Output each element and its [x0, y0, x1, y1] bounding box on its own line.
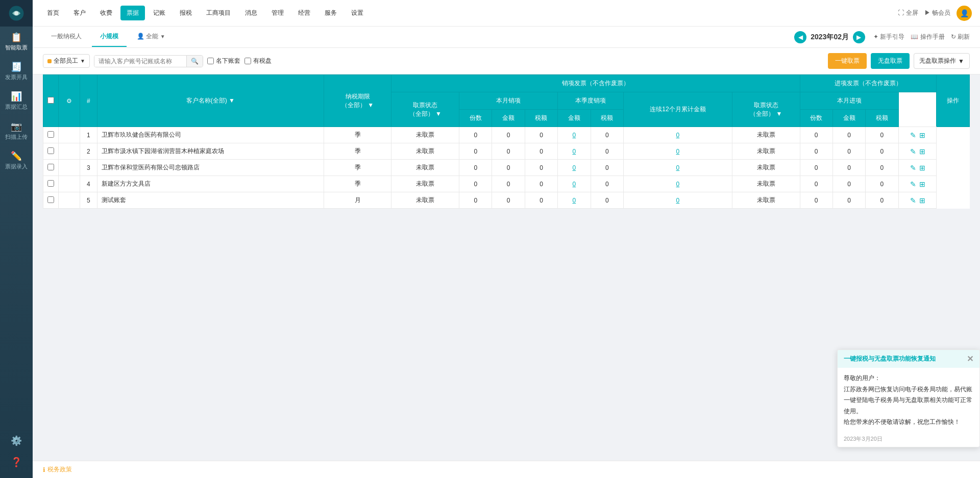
row-sales-quarter-tax: 0: [591, 192, 623, 209]
row-purchase-month-count: 0: [800, 176, 832, 192]
sidebar-item-summary[interactable]: 📊 票据汇总: [0, 86, 33, 115]
th-sales-group: 销项发票（不含作废票）: [391, 75, 800, 92]
th-purchase-month-tax: 税额: [866, 110, 898, 127]
row-checkbox[interactable]: [43, 143, 59, 160]
tax-period-filter-icon[interactable]: ▼: [368, 102, 374, 109]
purchase-status-filter[interactable]: ▼: [776, 110, 782, 117]
th-num: #: [80, 75, 97, 127]
logo[interactable]: [0, 0, 33, 27]
sidebar-item-scan[interactable]: 📷 扫描上传: [0, 116, 33, 145]
tab-small[interactable]: 小规模: [92, 27, 127, 47]
row-settings: [59, 143, 80, 160]
th-operations: 操作: [937, 75, 970, 127]
edit-icon[interactable]: ✎: [910, 164, 916, 172]
edit-icon[interactable]: ✎: [910, 180, 916, 188]
row-sales-quarter-amount[interactable]: 0: [558, 143, 591, 160]
no-disk-button[interactable]: 无盘取票: [871, 53, 910, 69]
nav-operation[interactable]: 经营: [292, 6, 316, 20]
detail-icon[interactable]: ⊞: [919, 164, 925, 172]
one-click-button[interactable]: 一键取票: [828, 53, 867, 69]
fullscreen-button[interactable]: ⛶ 全屏: [898, 9, 918, 17]
th-purchase-month-count: 份数: [800, 110, 832, 127]
tax-policy-link[interactable]: ℹ 税务政策: [43, 465, 72, 474]
nav-message[interactable]: 消息: [239, 6, 263, 20]
row-checkbox[interactable]: [43, 192, 59, 209]
th-tax-period: 纳税期限（全部） ▼: [324, 75, 391, 127]
has-tax-filter[interactable]: 有税盘: [244, 57, 272, 65]
row-purchase-month-tax: 0: [866, 143, 898, 160]
notification-close-button[interactable]: ✕: [967, 354, 973, 364]
row-sales-month-amount: 0: [492, 143, 525, 160]
row-sales-cumulative[interactable]: 0: [623, 192, 732, 209]
sidebar-item-entry[interactable]: ✏️ 票据录入: [0, 145, 33, 175]
row-sales-quarter-amount[interactable]: 0: [558, 176, 591, 192]
nav-management[interactable]: 管理: [265, 6, 290, 20]
intelligent-icon: 📋: [11, 32, 22, 43]
manual-button[interactable]: 📖 操作手册: [911, 33, 944, 41]
toolbar: 全部员工 ▼ 🔍 名下账套 有税盘 一键取票 无盘取票 无盘取票操作: [33, 48, 980, 74]
detail-icon[interactable]: ⊞: [919, 196, 925, 205]
nav-collection[interactable]: 收费: [94, 6, 118, 20]
row-customer-name: 卫辉市保和堂医药有限公司忠顿路店: [97, 160, 324, 176]
user-avatar[interactable]: 👤: [957, 6, 972, 21]
row-sales-cumulative[interactable]: 0: [623, 127, 732, 143]
row-sales-quarter-tax: 0: [591, 127, 623, 143]
row-checkbox[interactable]: [43, 160, 59, 176]
nav-customer[interactable]: 客户: [67, 6, 92, 20]
row-purchase-month-amount: 0: [832, 160, 865, 176]
sidebar-item-settings[interactable]: ⚙️: [0, 430, 33, 451]
tab-all[interactable]: 👤 全能 ▼: [129, 27, 174, 47]
row-tax-period: 季: [324, 143, 391, 160]
row-sales-status: 未取票: [391, 192, 459, 209]
detail-icon[interactable]: ⊞: [919, 131, 925, 139]
table-body: 1 卫辉市玖玖健合医药有限公司 季 未取票 0 0 0 0 0 0 未取票 0 …: [43, 127, 970, 209]
th-customer: 客户名称(全部) ▼: [97, 75, 324, 127]
nav-settings[interactable]: 设置: [345, 6, 370, 20]
th-sales-month-tax: 税额: [525, 110, 557, 127]
orange-indicator: [47, 59, 52, 63]
period-prev-button[interactable]: ◀: [794, 31, 806, 43]
row-sales-cumulative[interactable]: 0: [623, 143, 732, 160]
toolbar-right: 一键取票 无盘取票 无盘取票操作 ▼: [828, 53, 970, 69]
row-sales-cumulative[interactable]: 0: [623, 160, 732, 176]
guide-button[interactable]: ✦ 新手引导: [873, 33, 904, 41]
row-checkbox[interactable]: [43, 127, 59, 143]
search-input[interactable]: [94, 56, 186, 67]
nav-bookkeeping[interactable]: 记账: [147, 6, 172, 20]
employee-filter[interactable]: 全部员工 ▼: [43, 54, 90, 68]
edit-icon[interactable]: ✎: [910, 147, 916, 156]
vip-button[interactable]: ▶ 畅会员: [924, 9, 950, 17]
row-actions: ✎ ⊞: [898, 176, 937, 192]
edit-icon[interactable]: ✎: [910, 196, 916, 205]
sidebar-item-help[interactable]: ❓: [0, 451, 33, 473]
has-tax-checkbox[interactable]: [244, 58, 251, 64]
nav-invoice[interactable]: 票据: [120, 6, 145, 20]
sub-account-checkbox[interactable]: [207, 58, 214, 64]
row-sales-quarter-amount[interactable]: 0: [558, 160, 591, 176]
customer-filter-icon[interactable]: ▼: [229, 97, 235, 104]
row-customer-name: 新建区方方文具店: [97, 176, 324, 192]
edit-icon[interactable]: ✎: [910, 131, 916, 139]
sales-status-filter[interactable]: ▼: [435, 110, 442, 117]
sub-account-filter[interactable]: 名下账套: [207, 57, 240, 65]
row-sales-quarter-amount[interactable]: 0: [558, 127, 591, 143]
nav-tax[interactable]: 报税: [174, 6, 198, 20]
nav-home[interactable]: 首页: [41, 6, 65, 20]
sidebar-item-label-scan: 扫描上传: [5, 134, 28, 140]
detail-icon[interactable]: ⊞: [919, 180, 925, 188]
period-next-button[interactable]: ▶: [853, 31, 865, 43]
no-disk-ops-button[interactable]: 无盘取票操作 ▼: [914, 53, 970, 69]
row-checkbox[interactable]: [43, 176, 59, 192]
sidebar-item-issue[interactable]: 🧾 发票开具: [0, 56, 33, 86]
refresh-button[interactable]: ↻ 刷新: [951, 33, 970, 41]
row-sales-cumulative[interactable]: 0: [623, 176, 732, 192]
sidebar-item-label-entry: 票据录入: [5, 163, 28, 170]
row-sales-quarter-amount[interactable]: 0: [558, 192, 591, 209]
detail-icon[interactable]: ⊞: [919, 147, 925, 156]
tab-general[interactable]: 一般纳税人: [43, 27, 90, 47]
nav-business[interactable]: 工商项目: [200, 6, 237, 20]
select-all-checkbox[interactable]: [47, 97, 54, 104]
nav-service[interactable]: 服务: [318, 6, 343, 20]
sidebar-item-intelligent[interactable]: 📋 智能取票: [0, 27, 33, 56]
search-button[interactable]: 🔍: [186, 56, 203, 67]
